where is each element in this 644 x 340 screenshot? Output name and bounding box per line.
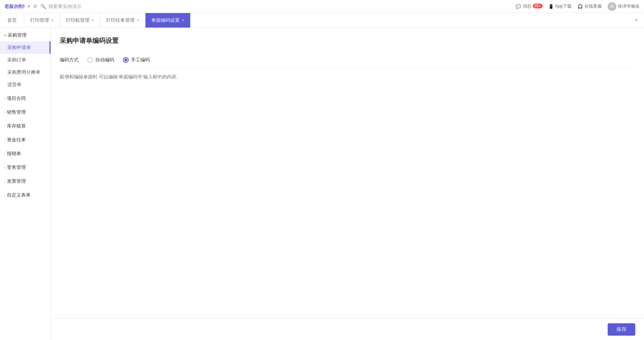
tab-bar-close-all[interactable]: × bbox=[629, 17, 644, 24]
radio-group: 自动编码 手工编码 bbox=[87, 57, 150, 63]
sidebar-group-fund: › 资金往来 bbox=[0, 134, 51, 146]
main-layout: ▾ 采购管理 采购申请单 采购订单 采购费用分摊单 进货单 › 项目合同 › 销… bbox=[0, 28, 644, 340]
project-arrow-icon: › bbox=[4, 97, 5, 101]
online-service-label: 在线客服 bbox=[584, 3, 602, 9]
radio-manual-label: 手工编码 bbox=[131, 57, 150, 63]
sidebar-group-invoice-label: 发票管理 bbox=[7, 178, 26, 185]
sidebar: ▾ 采购管理 采购申请单 采购订单 采购费用分摊单 进货单 › 项目合同 › 销… bbox=[0, 28, 51, 340]
sidebar-group-title-project[interactable]: › 项目合同 bbox=[0, 92, 51, 105]
radio-auto-circle bbox=[87, 57, 93, 63]
sidebar-group-title-refund[interactable]: › 报销单 bbox=[0, 147, 51, 160]
sidebar-group-title-sales[interactable]: › 销售管理 bbox=[0, 106, 51, 118]
sidebar-group-custom: › 自定义表单 bbox=[0, 189, 51, 201]
tab-printer-manage-label: 打印机管理 bbox=[66, 17, 89, 24]
content-footer: 保存 bbox=[51, 318, 644, 340]
tab-print-manage[interactable]: 打印管理 × bbox=[24, 13, 60, 28]
tab-single-code-label: 单据编码设置 bbox=[151, 17, 180, 24]
dropdown-icon[interactable]: ▾ bbox=[28, 4, 30, 9]
sidebar-group-refund: › 报销单 bbox=[0, 147, 51, 160]
sidebar-group-retail: › 零售管理 bbox=[0, 161, 51, 174]
tab-single-code-close[interactable]: × bbox=[182, 18, 184, 23]
sidebar-group-sales-label: 销售管理 bbox=[7, 109, 26, 116]
tab-print-task-close[interactable]: × bbox=[137, 18, 139, 23]
app-icon: 📱 bbox=[548, 4, 554, 9]
app-download-button[interactable]: 📱 App下载 bbox=[548, 3, 572, 9]
save-button[interactable]: 保存 bbox=[608, 323, 635, 336]
refund-arrow-icon: › bbox=[4, 152, 5, 156]
sales-arrow-icon: › bbox=[4, 110, 5, 114]
encoding-row: 编码方式 自动编码 手工编码 bbox=[60, 52, 635, 68]
search-area[interactable]: 🔍 我要看实例演示 bbox=[40, 3, 81, 10]
sidebar-group-inventory-label: 库存核算 bbox=[7, 123, 26, 129]
avatar: 徐 bbox=[608, 2, 616, 11]
sidebar-group-retail-label: 零售管理 bbox=[7, 164, 26, 171]
message-badge: 99+ bbox=[533, 4, 543, 8]
sidebar-group-title-custom[interactable]: › 自定义表单 bbox=[0, 189, 51, 201]
page-title: 采购申请单编码设置 bbox=[60, 36, 635, 45]
app-download-label: App下载 bbox=[555, 3, 572, 9]
tab-single-code[interactable]: 单据编码设置 × bbox=[145, 13, 191, 28]
sidebar-group-project-label: 项目合同 bbox=[7, 95, 26, 102]
fund-arrow-icon: › bbox=[4, 138, 5, 142]
sidebar-group-project: › 项目合同 bbox=[0, 92, 51, 105]
hint-text: 新增和编辑单据时,可以编辑'单据编码号'输入框中的内容。 bbox=[60, 74, 635, 80]
invoice-arrow-icon: › bbox=[4, 179, 5, 183]
tab-printer-manage-close[interactable]: × bbox=[92, 18, 94, 23]
sidebar-group-title-inventory[interactable]: › 库存核算 bbox=[0, 120, 51, 132]
sidebar-group-inventory: › 库存核算 bbox=[0, 120, 51, 132]
content-body: 采购申请单编码设置 编码方式 自动编码 手工编码 新增和编辑单据时,可以编辑'单… bbox=[51, 28, 644, 318]
tab-print-task[interactable]: 打印任务管理 × bbox=[100, 13, 145, 28]
online-service-button[interactable]: 🎧 在线客服 bbox=[577, 3, 602, 9]
tab-printer-manage[interactable]: 打印机管理 × bbox=[60, 13, 100, 28]
sidebar-item-goods-receipt[interactable]: 进货单 bbox=[0, 78, 51, 91]
message-label: 消息 bbox=[523, 3, 531, 9]
radio-auto-label: 自动编码 bbox=[95, 57, 114, 63]
inventory-arrow-icon: › bbox=[4, 124, 5, 128]
sidebar-group-custom-label: 自定义表单 bbox=[7, 192, 31, 198]
sidebar-group-title-invoice[interactable]: › 发票管理 bbox=[0, 175, 51, 187]
sidebar-item-purchase-order[interactable]: 采购订单 bbox=[0, 54, 51, 66]
custom-arrow-icon: › bbox=[4, 193, 5, 197]
search-icon: 🔍 bbox=[40, 4, 46, 9]
tab-print-manage-label: 打印管理 bbox=[30, 17, 49, 24]
sidebar-group-title-retail[interactable]: › 零售管理 bbox=[0, 161, 51, 174]
radio-manual[interactable]: 手工编码 bbox=[123, 57, 150, 63]
sidebar-item-purchase-expense[interactable]: 采购费用分摊单 bbox=[0, 66, 51, 78]
sidebar-group-sales: › 销售管理 bbox=[0, 106, 51, 118]
message-button[interactable]: 💬 消息 99+ bbox=[516, 3, 543, 9]
sidebar-group-fund-label: 资金往来 bbox=[7, 137, 26, 143]
sidebar-group-title-purchase[interactable]: ▾ 采购管理 bbox=[0, 29, 51, 41]
radio-manual-circle bbox=[123, 57, 129, 63]
tab-bar: 首页 打印管理 × 打印机管理 × 打印任务管理 × 单据编码设置 × × bbox=[0, 13, 644, 28]
tab-print-manage-close[interactable]: × bbox=[51, 18, 54, 23]
search-text[interactable]: 我要看实例演示 bbox=[48, 3, 81, 10]
settings-icon[interactable]: ⚙ bbox=[33, 4, 37, 9]
tab-home[interactable]: 首页 bbox=[0, 13, 24, 28]
app-logo: 老板勿削! bbox=[4, 3, 25, 10]
tab-print-task-label: 打印任务管理 bbox=[106, 17, 135, 24]
top-bar-right: 💬 消息 99+ 📱 App下载 🎧 在线客服 徐 徐泽华修改 bbox=[516, 2, 640, 11]
sidebar-group-invoice: › 发票管理 bbox=[0, 175, 51, 187]
purchase-arrow-icon: ▾ bbox=[4, 33, 6, 37]
radio-auto[interactable]: 自动编码 bbox=[87, 57, 114, 63]
service-icon: 🎧 bbox=[577, 4, 583, 9]
encoding-label: 编码方式 bbox=[60, 57, 79, 63]
retail-arrow-icon: › bbox=[4, 166, 5, 170]
sidebar-group-purchase: ▾ 采购管理 采购申请单 采购订单 采购费用分摊单 进货单 bbox=[0, 29, 51, 91]
user-menu[interactable]: 徐 徐泽华修改 bbox=[608, 2, 640, 11]
sidebar-group-title-fund[interactable]: › 资金往来 bbox=[0, 134, 51, 146]
top-bar-left: 老板勿削! ▾ ⚙ 🔍 我要看实例演示 bbox=[4, 3, 81, 10]
username: 徐泽华修改 bbox=[618, 3, 640, 9]
sidebar-item-purchase-request[interactable]: 采购申请单 bbox=[0, 41, 51, 54]
message-icon: 💬 bbox=[516, 4, 521, 9]
content-area: 采购申请单编码设置 编码方式 自动编码 手工编码 新增和编辑单据时,可以编辑'单… bbox=[51, 28, 644, 340]
sidebar-group-purchase-label: 采购管理 bbox=[8, 32, 27, 39]
sidebar-group-refund-label: 报销单 bbox=[7, 150, 21, 157]
top-bar: 老板勿削! ▾ ⚙ 🔍 我要看实例演示 💬 消息 99+ 📱 App下载 🎧 在… bbox=[0, 0, 644, 13]
